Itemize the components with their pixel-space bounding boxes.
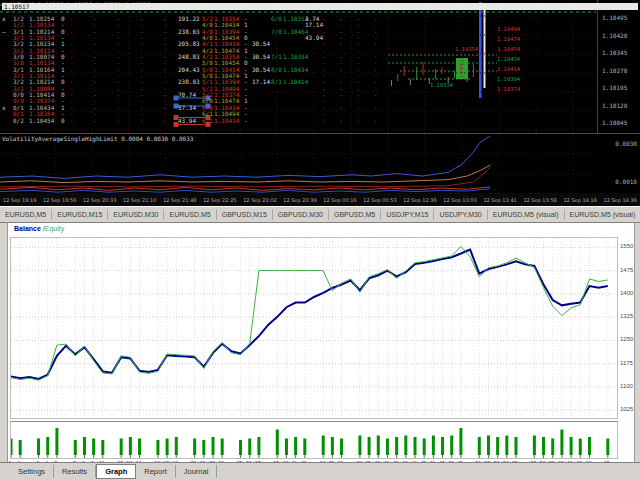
- time-axis-label: 12 Sep 00:16: [323, 197, 356, 203]
- graph-y-tick: 1250: [620, 336, 633, 342]
- mt4-strategy-tester-screen: EURUSD,M5 1.10225 1.10527 1.10225 1.1051…: [0, 0, 640, 480]
- chart-tab-bar: EURUSD,M5EURUSD,M15EURUSD,M30EURUSD,M5GB…: [0, 206, 640, 222]
- graph-legend: Balance /Equity: [12, 225, 66, 232]
- time-axis-label: 12 Sep 20:33: [83, 197, 116, 203]
- spike-price-label: 1.10354: [455, 46, 478, 52]
- tester-tab-bar: SettingsResultsGraphReportJournal: [0, 462, 640, 480]
- graph-y-tick: 1400: [620, 290, 633, 296]
- indicator-window[interactable]: VolatilityAverageSingleHighLimit 0.0004 …: [0, 133, 640, 193]
- chart-tab[interactable]: GBPUSD,M30: [273, 209, 329, 220]
- spike-price-label: 1.10334: [430, 82, 453, 88]
- chart-tab[interactable]: EURUSD,M5: [0, 209, 52, 220]
- tester-tab[interactable]: Settings: [10, 465, 54, 478]
- chart-tab[interactable]: EURUSD,M5: [164, 209, 216, 220]
- spike-price-label: 1.10474: [497, 36, 520, 42]
- price-scale-label: 1.10495: [602, 14, 627, 21]
- spike-price-label: 1.10434: [497, 56, 520, 62]
- price-scale-label: 1.10195: [602, 84, 627, 91]
- graph-y-tick: 1475: [620, 267, 633, 273]
- graph-y-tick: 1100: [620, 383, 633, 389]
- time-axis-label: 12 Sep 00:53: [363, 197, 396, 203]
- chart-tab[interactable]: GBPUSD,M15: [217, 209, 273, 220]
- chart-tab[interactable]: EURUSD,M30: [108, 209, 164, 220]
- current-price-box: 1.10517: [2, 3, 638, 10]
- tester-tab[interactable]: Report: [136, 465, 176, 478]
- time-axis-label: 12 Sep 13:41: [483, 197, 516, 203]
- time-axis-label: 12 Sep 19:19: [3, 197, 36, 203]
- price-scale-label: 1.10120: [602, 102, 627, 109]
- tester-graph-panel: Balance /Equity 155014751400132512501175…: [0, 222, 640, 462]
- time-axis-label: 12 Sep 23:02: [243, 197, 276, 203]
- balance-equity-plot: [10, 237, 618, 419]
- price-scale-label: 1.10345: [602, 49, 627, 56]
- legend-balance: Balance: [14, 225, 41, 232]
- ea-comment-row: 0/2 1.10454 0 - - - - - 43.94 6/1 1.1041…: [0, 117, 598, 123]
- time-axis-label: 12 Sep 21:48: [163, 197, 196, 203]
- chart-tab[interactable]: USDJPY,M30: [434, 209, 487, 220]
- spike-price-label: 1.10414: [497, 66, 520, 72]
- price-scale[interactable]: 1.104951.104201.103451.102701.101951.101…: [597, 0, 640, 133]
- chart-tab[interactable]: EURUSD,M5 (visual): [488, 209, 565, 220]
- indicator-lines: [0, 134, 640, 194]
- tester-tab[interactable]: Results: [54, 465, 96, 478]
- time-axis-label: 12 Sep 12:36: [403, 197, 436, 203]
- indicator-scale-top: 0.0030: [615, 140, 637, 147]
- graph-y-tick: 1550: [620, 243, 633, 249]
- price-scale-label: 1.10420: [602, 32, 627, 39]
- tester-tab[interactable]: Graph: [96, 464, 136, 479]
- spike-price-label: 1.10494: [497, 26, 520, 32]
- price-scale-label: 1.10045: [602, 119, 627, 126]
- chart-tab[interactable]: EURUSD,M15: [52, 209, 108, 220]
- time-axis-label: 12 Sep 23:39: [283, 197, 316, 203]
- graph-y-tick: 1025: [620, 406, 633, 412]
- time-axis[interactable]: 12 Sep 19:1912 Sep 19:5612 Sep 20:3312 S…: [0, 193, 640, 206]
- indicator-scale-bottom: 0.0010: [615, 178, 637, 185]
- spike-price-label: 1.10394: [497, 76, 520, 82]
- time-axis-label: 12 Sep 13:58: [523, 197, 556, 203]
- time-axis-label: 12 Sep 13:03: [443, 197, 476, 203]
- price-chart-window[interactable]: EURUSD,M5 1.10225 1.10527 1.10225 1.1051…: [0, 0, 640, 133]
- chart-tab[interactable]: USDJPY,M15: [381, 209, 434, 220]
- time-axis-label: 12 Sep 21:10: [123, 197, 156, 203]
- spike-price-label: 1.10374: [497, 86, 520, 92]
- spike-price-label: 1.10454: [497, 46, 520, 52]
- tester-tab[interactable]: Journal: [176, 465, 218, 478]
- legend-equity: Equity: [45, 225, 64, 232]
- chart-tab[interactable]: GBPUSD,M5: [329, 209, 381, 220]
- indicator-title: VolatilityAverageSingleHighLimit 0.0004 …: [2, 135, 193, 142]
- price-scale-label: 1.10270: [602, 67, 627, 74]
- panel-right-edge: [634, 223, 640, 463]
- time-axis-label: 12 Sep 19:56: [43, 197, 76, 203]
- graph-y-tick: 1325: [620, 313, 633, 319]
- time-axis-label: 12 Sep 22:25: [203, 197, 236, 203]
- time-axis-label: 12 Sep 14:36: [603, 197, 636, 203]
- lot-size-histogram: [10, 421, 618, 459]
- time-axis-label: 12 Sep 14:16: [563, 197, 596, 203]
- panel-left-edge: [0, 223, 8, 463]
- chart-tab[interactable]: EURUSD,M5 (visual): [565, 209, 640, 220]
- graph-y-tick: 1175: [620, 360, 633, 366]
